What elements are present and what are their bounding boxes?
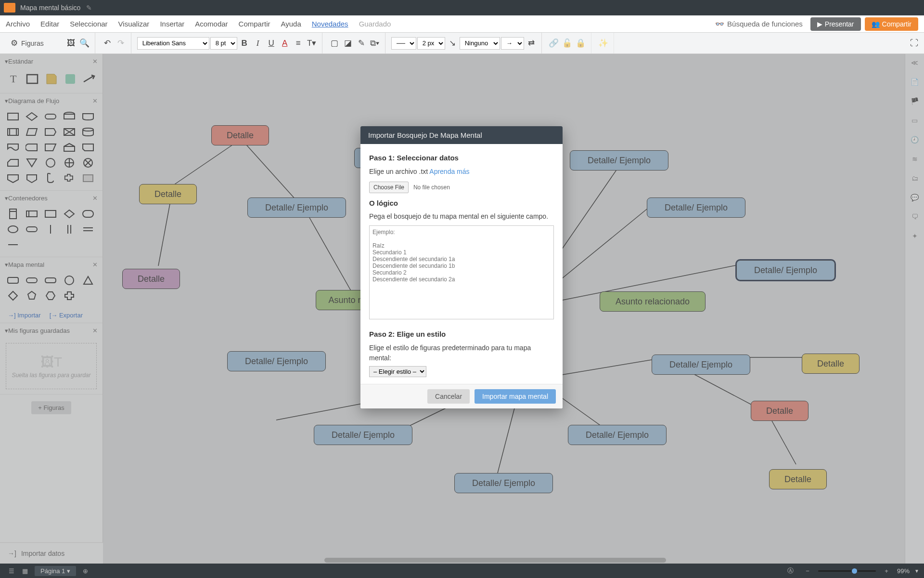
bold-icon[interactable]: B bbox=[238, 37, 251, 50]
text-color-icon[interactable]: A bbox=[279, 37, 291, 50]
menu-visualizar[interactable]: Visualizar bbox=[118, 20, 150, 28]
dialog-title: Importar Bosquejo De Mapa Mental bbox=[360, 126, 563, 144]
menu-ayuda[interactable]: Ayuda bbox=[281, 20, 301, 28]
autosave-icon[interactable]: Ⓐ bbox=[783, 565, 797, 576]
arrow-start-select[interactable]: Ninguno bbox=[460, 37, 500, 50]
function-search[interactable]: 👓Búsqueda de funciones bbox=[715, 20, 803, 28]
menu-editar[interactable]: Editar bbox=[40, 20, 59, 28]
saved-status: Guardado bbox=[359, 20, 391, 28]
fontsize-select[interactable]: 8 pt bbox=[210, 37, 237, 50]
toolbar: ⚙ Figuras 🖼 🔍 ↶ ↷ Liberation Sans 8 pt B… bbox=[0, 33, 924, 54]
add-page-icon[interactable]: ⊕ bbox=[79, 565, 92, 576]
titlebar: Mapa mental básico ✎ bbox=[0, 0, 924, 15]
padlock-icon[interactable]: 🔒 bbox=[575, 37, 587, 50]
align-icon[interactable]: ≡ bbox=[292, 37, 305, 50]
document-title[interactable]: Mapa mental básico bbox=[20, 4, 80, 12]
font-select[interactable]: Liberation Sans bbox=[137, 37, 209, 50]
arrow-end-select[interactable]: → bbox=[501, 37, 524, 50]
folder-icon[interactable] bbox=[4, 3, 15, 13]
fill-none-icon[interactable]: ▢ bbox=[328, 37, 341, 50]
line-width-select[interactable]: 2 px bbox=[417, 37, 445, 50]
import-mindmap-dialog: Importar Bosquejo De Mapa Mental Paso 1:… bbox=[360, 126, 563, 408]
image-icon[interactable]: 🖼 bbox=[65, 37, 77, 50]
line-curve-icon[interactable]: ↘ bbox=[446, 37, 459, 50]
dialog-paste-hint: Pega el bosquejo de tu mapa mental en el… bbox=[369, 211, 554, 222]
line-style-select[interactable]: ── bbox=[391, 37, 416, 50]
fullscreen-icon[interactable]: ⛶ bbox=[908, 37, 920, 50]
learn-more-link[interactable]: Aprenda más bbox=[429, 168, 469, 175]
zoom-out-icon[interactable]: − bbox=[801, 565, 814, 576]
menu-seleccionar[interactable]: Seleccionar bbox=[70, 20, 107, 28]
cancel-button[interactable]: Cancelar bbox=[427, 389, 470, 404]
underline-icon[interactable]: U bbox=[265, 37, 278, 50]
choose-file-button[interactable]: Choose File bbox=[369, 182, 409, 193]
list-view-icon[interactable]: ☰ bbox=[5, 565, 18, 576]
link-icon[interactable]: 🔗 bbox=[548, 37, 560, 50]
no-file-label: No file chosen bbox=[413, 184, 450, 191]
zoom-dropdown-icon[interactable]: ▼ bbox=[914, 568, 919, 574]
menu-novedades[interactable]: Novedades bbox=[312, 20, 348, 28]
present-label: Presentar bbox=[825, 20, 854, 28]
dialog-style-hint: Elige el estilo de figuras predeterminad… bbox=[369, 343, 554, 363]
grid-view-icon[interactable]: ▦ bbox=[18, 565, 32, 576]
function-search-label: Búsqueda de funciones bbox=[727, 20, 803, 28]
dialog-choose-text: Elige un archivo .txt bbox=[369, 168, 429, 175]
border-color-icon[interactable]: ✎ bbox=[355, 37, 368, 50]
menu-compartir[interactable]: Compartir bbox=[239, 20, 270, 28]
share-label: Compartir bbox=[882, 20, 911, 28]
dialog-step1: Paso 1: Seleccionar datos bbox=[369, 153, 554, 164]
main-area: ▾ Estándar✕ T ▾ Diagrama de Flujo✕ bbox=[0, 54, 924, 564]
present-button[interactable]: ▶ Presentar bbox=[810, 17, 861, 31]
search-icon[interactable]: 🔍 bbox=[78, 37, 91, 50]
dialog-or: O lógico bbox=[369, 198, 554, 209]
magic-icon[interactable]: ✨ bbox=[597, 37, 610, 50]
import-button[interactable]: Importar mapa mental bbox=[475, 389, 556, 404]
zoom-in-icon[interactable]: + bbox=[880, 565, 893, 576]
style-select[interactable]: – Elegir estilo – bbox=[369, 366, 426, 377]
zoom-slider[interactable] bbox=[818, 570, 876, 572]
italic-icon[interactable]: I bbox=[252, 37, 264, 50]
swap-arrows-icon[interactable]: ⇄ bbox=[525, 37, 538, 50]
zoom-level[interactable]: 99% bbox=[897, 567, 910, 575]
shapes-toggle-icon[interactable]: ⚙ bbox=[8, 37, 20, 50]
binoculars-icon: 👓 bbox=[715, 20, 724, 28]
shapes-toggle-label[interactable]: Figuras bbox=[21, 39, 44, 47]
bottom-bar: ☰ ▦ Página 1 ▾ ⊕ Ⓐ − + 99% ▼ bbox=[0, 564, 924, 578]
menu-archivo[interactable]: Archivo bbox=[6, 20, 30, 28]
fill-color-icon[interactable]: ◪ bbox=[342, 37, 354, 50]
edit-title-icon[interactable]: ✎ bbox=[86, 4, 92, 12]
lock-icon[interactable]: 🔓 bbox=[561, 37, 574, 50]
menu-insertar[interactable]: Insertar bbox=[160, 20, 184, 28]
redo-icon[interactable]: ↷ bbox=[115, 37, 127, 50]
share-button[interactable]: 👥 Compartir bbox=[865, 17, 918, 31]
outline-textarea[interactable] bbox=[369, 225, 554, 319]
menu-acomodar[interactable]: Acomodar bbox=[195, 20, 228, 28]
shape-options-icon[interactable]: ⧉▾ bbox=[369, 37, 381, 50]
page-tab[interactable]: Página 1 ▾ bbox=[35, 566, 76, 576]
dialog-step2: Paso 2: Elige un estilo bbox=[369, 329, 554, 340]
undo-icon[interactable]: ↶ bbox=[101, 37, 114, 50]
text-options-icon[interactable]: T▾ bbox=[306, 37, 318, 50]
zoom-thumb[interactable] bbox=[852, 568, 857, 574]
menubar: Archivo Editar Seleccionar Visualizar In… bbox=[0, 15, 924, 33]
